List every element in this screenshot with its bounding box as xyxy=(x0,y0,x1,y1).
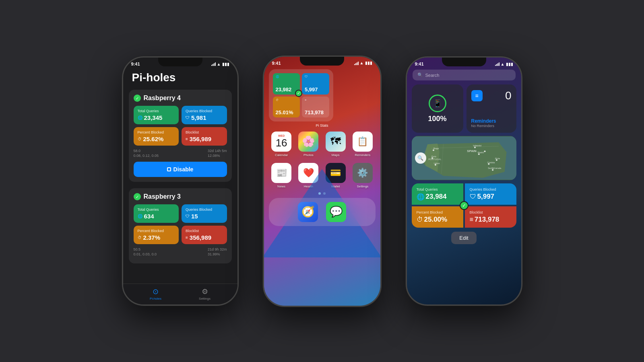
reminders-count: 0 xyxy=(505,89,512,102)
edit-button[interactable]: Edit xyxy=(451,232,476,244)
pi3-total-label: Total Queries xyxy=(417,187,458,191)
tab-piholes[interactable]: ⊙ Pi-holes xyxy=(150,287,161,300)
percent-icon-2: ⏱ xyxy=(138,235,142,240)
blocklist-label-1: Blocklist xyxy=(186,130,223,134)
battery-icon-1: ▮▮▮ xyxy=(222,62,229,66)
wifi-icon-2: ▲ xyxy=(360,61,364,65)
notch-3 xyxy=(442,58,486,66)
svg-text:Seville: Seville xyxy=(488,167,494,169)
tab-bar-1: ⊙ Pi-holes ⚙ Settings xyxy=(123,284,237,304)
reminders-title: Reminders xyxy=(471,118,512,124)
reminders-header: ≡ 0 xyxy=(471,89,512,102)
map-background: SPAIN PORTUGAL Braga Porto Lisbon Vallad… xyxy=(412,136,516,180)
svg-text:Lisbon: Lisbon xyxy=(433,162,440,165)
shield-icon-2: ✓ xyxy=(134,193,141,200)
pihole1-name: Rasbperry 4 xyxy=(144,95,181,102)
map-search-button[interactable]: 🔍 xyxy=(415,152,426,164)
list-icon-1: ≡ xyxy=(186,137,188,141)
svg-text:Granada: Granada xyxy=(493,167,501,169)
total-queries-box-2: Total Queries 🌐 634 xyxy=(134,204,179,223)
svg-text:Braga: Braga xyxy=(433,148,438,150)
percent-blocked-label-2: Percent Blocked xyxy=(138,229,175,233)
wifi-icon-3: ▲ xyxy=(501,62,505,66)
reminders-widget: ≡ 0 Reminders No Reminders xyxy=(466,84,516,133)
pi3-shield-icon: 🛡 xyxy=(470,193,476,200)
piholes-tab-icon: ⊙ xyxy=(153,287,159,296)
svg-point-6 xyxy=(474,147,476,148)
battery-widget: 📱 100% xyxy=(412,84,463,133)
maps-label: Maps xyxy=(332,153,340,157)
phone1-content: 9:41 ▲ ▮▮▮ Pi-holes ✓ R xyxy=(123,58,237,304)
check-badge-3: ✓ xyxy=(460,201,469,210)
check-overlay: ✓ xyxy=(295,90,302,97)
status-time-1: 9:41 xyxy=(131,62,140,66)
percent-blocked-value-1: 25.62% xyxy=(143,136,164,142)
widget-percent-value: 25.01% xyxy=(276,109,297,115)
total-queries-label-1: Total Queries xyxy=(138,109,175,113)
pihole2-name: Raspberry 3 xyxy=(144,193,181,200)
status-icons-1: ▲ ▮▮▮ xyxy=(211,62,229,66)
disable-label-1: Disable xyxy=(173,166,194,173)
map-svg: SPAIN PORTUGAL Braga Porto Lisbon Vallad… xyxy=(412,136,516,180)
signal-icon-1 xyxy=(211,62,216,66)
app-photos[interactable]: 🌸 Photos xyxy=(297,132,320,157)
widget-total-queries: 🌐 23,982 ✓ xyxy=(273,73,300,95)
list-icon-2: ≡ xyxy=(186,235,188,240)
disable-icon-1 xyxy=(167,167,171,171)
settings-tab-label: Settings xyxy=(199,297,211,300)
app-maps[interactable]: 🗺 Maps xyxy=(324,132,347,157)
status-icons-2: ▲ ▮▮▮ xyxy=(354,61,372,65)
calendar-label: Calendar xyxy=(275,153,288,157)
pihole-card-1: ✓ Rasbperry 4 Total Queries 🌐 23,345 Que… xyxy=(129,90,232,182)
total-queries-box-1: Total Queries 🌐 23,345 xyxy=(134,106,179,124)
svg-point-8 xyxy=(484,150,485,152)
pihole2-meta: 50.5 0.01, 0.03, 0.0 21d 9h 32m 31.99% xyxy=(134,247,227,256)
pi3-percent-label: Percent Blocked xyxy=(417,210,458,214)
notch-1 xyxy=(158,58,202,66)
svg-text:Porto: Porto xyxy=(431,156,436,158)
app-grid-1: WED 16 Calendar 🌸 Photos 🗺 Maps 📋 xyxy=(264,130,380,159)
app-reminders[interactable]: 📋 Reminders xyxy=(351,132,374,157)
page-title-1: Pi-holes xyxy=(123,68,237,90)
app-calendar[interactable]: WED 16 Calendar xyxy=(270,132,293,157)
status-time-2: 9:41 xyxy=(272,61,281,66)
widgets-top-row: 📱 100% ≡ 0 Reminders No Reminders xyxy=(412,84,516,133)
uptime-1: 32d 14h 5m xyxy=(208,149,227,153)
settings-tab-icon: ⚙ xyxy=(202,287,208,296)
pihole-card-2: ✓ Raspberry 3 Total Queries 🌐 634 Querie… xyxy=(129,188,232,263)
pi3-blocklist-label: Blocklist xyxy=(470,210,512,214)
dock-messages[interactable]: 💬 xyxy=(326,202,346,222)
block-icon-2: 🛡 xyxy=(186,214,190,218)
percent-blocked-box-2: Percent Blocked ⏱ 2.37% xyxy=(134,226,179,244)
phone3-content: 9:41 ▲ ▮▮▮ 🔍 Search xyxy=(407,58,521,304)
pi3-total-value: 23,984 xyxy=(426,193,447,201)
queries-blocked-value-2: 15 xyxy=(191,213,198,220)
percent-blocked-value-2: 2.37% xyxy=(143,234,161,241)
total-queries-value-1: 23,345 xyxy=(144,114,163,121)
pi3-queries-blocked: Queries Blocked 🛡 5,997 xyxy=(465,183,516,205)
dock-safari[interactable]: 🧭 xyxy=(298,202,318,222)
status-time-3: 9:41 xyxy=(415,62,424,66)
queries-blocked-box-1: Queries Blocked 🛡 5,981 xyxy=(182,106,227,124)
total-queries-label-2: Total Queries xyxy=(138,208,175,212)
widget-area: 🌐 23,982 ✓ 🛡 5,997 xyxy=(264,67,380,128)
reminders-widget-icon: ≡ xyxy=(471,90,483,101)
search-bar-3[interactable]: 🔍 Search xyxy=(413,70,516,80)
queries-blocked-value-1: 5,981 xyxy=(191,114,206,121)
widget-percent-blocked: ⏱ 25.01% xyxy=(273,97,300,117)
percent-blocked-label-1: Percent Blocked xyxy=(138,130,175,134)
pi3-blocked-label: Queries Blocked xyxy=(470,187,512,191)
edit-btn-container: Edit xyxy=(412,232,516,244)
pihole2-header: ✓ Raspberry 3 xyxy=(134,193,227,200)
battery-icon-2: ▮▮▮ xyxy=(365,61,372,65)
widget-row: 🌐 23,982 ✓ 🛡 5,997 xyxy=(269,69,376,121)
pihole1-meta: 58.0 0.08, 0.12, 0.05 32d 14h 5m 12.08% xyxy=(134,149,227,158)
widget-shield-icon: 🛡 xyxy=(305,75,308,78)
pi3-blocklist: Blocklist ≡ 713,978 xyxy=(465,206,516,228)
tab-settings[interactable]: ⚙ Settings xyxy=(199,287,211,300)
battery-circle: 📱 xyxy=(429,95,446,112)
globe-icon-1: 🌐 xyxy=(138,115,142,120)
phone-3: 9:41 ▲ ▮▮▮ 🔍 Search xyxy=(406,56,522,306)
pi-stats-widget: 🌐 23,982 ✓ 🛡 5,997 xyxy=(269,69,333,121)
disable-button-1[interactable]: Disable xyxy=(134,162,227,177)
